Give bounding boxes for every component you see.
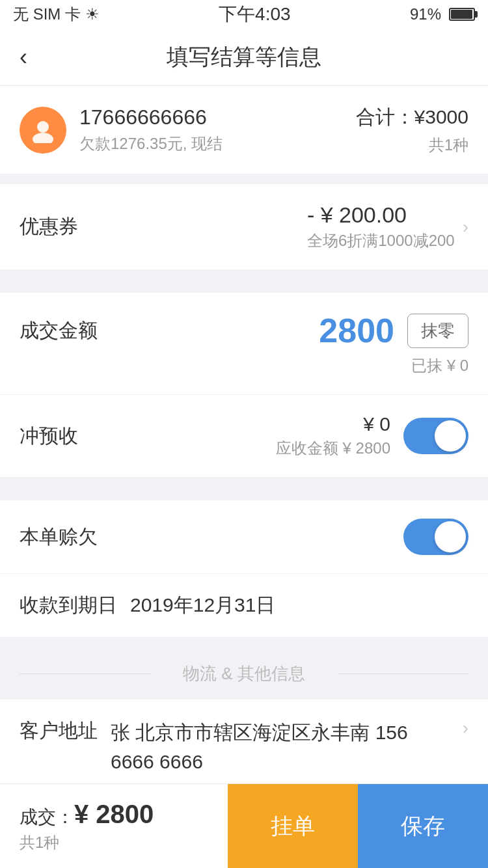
divider-section: 物流 & 其他信息 — [0, 647, 488, 699]
deal-row: 成交金额 2800 抹零 — [20, 311, 468, 350]
status-bar: 无 SIM 卡 ☀ 下午4:03 91% — [0, 0, 488, 29]
prepay-amount-block: ¥ 0 应收金额 ¥ 2800 — [276, 413, 390, 459]
divider-line-right — [338, 673, 468, 674]
deal-amount-label: 成交金额 — [20, 318, 98, 344]
save-button[interactable]: 保存 — [358, 784, 488, 868]
prepay-sub: 应收金额 ¥ 2800 — [276, 438, 390, 459]
address-chevron-icon: › — [463, 718, 468, 739]
status-right: 91% — [410, 5, 475, 23]
address-label: 客户地址 — [20, 718, 98, 744]
bottom-deal-amount: ¥ 2800 — [74, 800, 154, 828]
due-date-value: 2019年12月31日 — [130, 592, 275, 619]
svg-point-1 — [33, 133, 53, 143]
due-date-section: 收款到期日 2019年12月31日 — [0, 573, 488, 637]
debt-label: 本单赊欠 — [20, 524, 98, 550]
coupon-desc: 全场6折满1000减200 — [307, 230, 455, 251]
bottom-bar: 成交：¥ 2800 共1种 挂单 保存 — [0, 783, 488, 868]
status-left: 无 SIM 卡 ☀ — [13, 4, 100, 25]
address-section[interactable]: 客户地址 张 北京市市辖区海淀区永丰南 156 6666 6666 › — [0, 699, 488, 794]
customer-right: 合计：¥3000 共1种 — [356, 104, 468, 156]
prepay-section: 冲预收 ¥ 0 应收金额 ¥ 2800 — [0, 394, 488, 477]
prepay-toggle[interactable] — [403, 418, 468, 454]
section-separator — [0, 280, 488, 293]
customer-phone: 17666666666 — [79, 105, 223, 129]
customer-total: 合计：¥3000 — [356, 104, 468, 131]
bottom-deal-label: 成交： — [20, 807, 74, 827]
debt-toggle-knob — [435, 521, 466, 552]
toggle-knob — [435, 420, 466, 452]
avatar — [20, 107, 66, 154]
coupon-right: - ¥ 200.00 全场6折满1000减200 › — [307, 202, 468, 251]
prepay-label: 冲预收 — [20, 423, 78, 450]
customer-count: 共1种 — [356, 135, 468, 156]
deal-amount-section: 成交金额 2800 抹零 已抹 ¥ 0 — [0, 293, 488, 394]
deal-sub-text: 已抹 ¥ 0 — [20, 355, 468, 376]
round-button[interactable]: 抹零 — [407, 314, 468, 348]
deal-amount-value: 2800 — [319, 311, 394, 350]
prepay-right: ¥ 0 应收金额 ¥ 2800 — [276, 413, 468, 459]
debt-section: 本单赊欠 — [0, 500, 488, 573]
hold-order-button[interactable]: 挂单 — [228, 784, 358, 868]
debt-toggle[interactable] — [403, 519, 468, 555]
nav-bar: ‹ 填写结算等信息 — [0, 29, 488, 86]
due-date-row: 收款到期日 2019年12月31日 — [20, 592, 468, 619]
divider-text: 物流 & 其他信息 — [183, 662, 305, 685]
status-time: 下午4:03 — [219, 2, 291, 27]
customer-left: 17666666666 欠款1276.35元, 现结 — [20, 105, 223, 154]
bottom-count: 共1种 — [20, 832, 208, 853]
svg-point-0 — [37, 121, 49, 133]
battery-icon — [449, 8, 475, 21]
coupon-info: - ¥ 200.00 全场6折满1000减200 — [307, 202, 455, 251]
divider-line-left — [20, 673, 150, 674]
coupon-label: 优惠券 — [20, 213, 78, 240]
content-area: 17666666666 欠款1276.35元, 现结 合计：¥3000 共1种 … — [0, 86, 488, 868]
deal-value-area: 2800 抹零 — [319, 311, 468, 350]
battery-percent: 91% — [410, 5, 441, 23]
battery-fill — [451, 10, 472, 19]
chevron-right-icon: › — [463, 217, 468, 237]
address-value: 张 北京市市辖区海淀区永丰南 156 6666 6666 — [111, 718, 456, 776]
back-button[interactable]: ‹ — [20, 44, 59, 71]
sim-label: 无 SIM 卡 ☀ — [13, 4, 100, 25]
section-separator-2 — [0, 477, 488, 490]
customer-card: 17666666666 欠款1276.35元, 现结 合计：¥3000 共1种 — [0, 86, 488, 174]
prepay-row: 冲预收 ¥ 0 应收金额 ¥ 2800 — [20, 413, 468, 459]
bottom-info: 成交：¥ 2800 共1种 — [0, 800, 228, 853]
due-date-label: 收款到期日 — [20, 592, 117, 619]
page-title: 填写结算等信息 — [167, 42, 321, 72]
coupon-row[interactable]: 优惠券 - ¥ 200.00 全场6折满1000减200 › — [0, 184, 488, 269]
customer-info: 17666666666 欠款1276.35元, 现结 — [79, 105, 223, 154]
bottom-deal-row: 成交：¥ 2800 — [20, 800, 208, 830]
prepay-amount: ¥ 0 — [276, 413, 390, 435]
coupon-amount: - ¥ 200.00 — [307, 202, 455, 228]
customer-debt: 欠款1276.35元, 现结 — [79, 133, 223, 154]
